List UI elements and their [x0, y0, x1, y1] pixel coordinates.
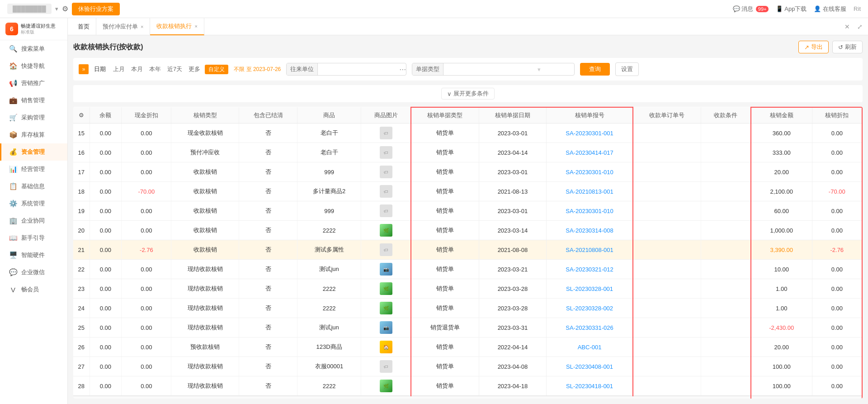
filter-partner-dots[interactable]: ···: [399, 65, 406, 74]
settings-button[interactable]: 设置: [615, 62, 639, 76]
cell-goods: 衣服00001: [297, 357, 361, 376]
bill-report-link[interactable]: SA-20230321-012: [566, 266, 613, 273]
cell-bill-report-date: 2021-08-08: [479, 240, 546, 260]
filter-billtype-group: 单据类型 ▾: [412, 63, 575, 76]
refresh-button[interactable]: ↺ 刷新: [832, 41, 863, 53]
cell-bill-report-no[interactable]: SL-20230328-001: [547, 279, 633, 299]
cell-include-settled: 否: [239, 201, 297, 221]
bill-report-link[interactable]: SA-20230301-010: [566, 208, 613, 214]
cell-num: 23: [73, 279, 90, 299]
sidebar-item-purchase[interactable]: 🛒 采购管理: [0, 109, 67, 126]
sidebar-item-enterprise[interactable]: 🏢 企业协同: [0, 212, 67, 229]
search-icon: 🔍: [9, 45, 18, 53]
filter-billtype-input[interactable]: [443, 63, 534, 75]
tab-home[interactable]: 首页: [71, 18, 96, 35]
sidebar-item-system[interactable]: ⚙️ 系统管理: [0, 195, 67, 212]
filter-partner-input[interactable]: [318, 63, 399, 75]
tab-bar-actions: ✕ ⤢: [843, 21, 864, 32]
filter-date-7days[interactable]: 近7天: [165, 64, 184, 74]
tab-close-all-icon[interactable]: ✕: [843, 21, 852, 32]
tab-maximize-icon[interactable]: ⤢: [855, 21, 864, 32]
bill-report-link[interactable]: SL-20230408-001: [566, 363, 613, 370]
expand-more-label: 展开更多条件: [453, 90, 489, 98]
sidebar-item-finance[interactable]: 💰 资金管理: [0, 143, 67, 161]
cell-cash-discount: 0.00: [122, 357, 171, 376]
cell-num: 15: [73, 124, 90, 143]
sidebar-item-hardware[interactable]: 🖥️ 智能硬件: [0, 247, 67, 264]
col-gear[interactable]: ⚙: [73, 107, 90, 124]
bill-report-link[interactable]: SA-20230301-001: [566, 130, 613, 137]
export-button[interactable]: ↗ 导出: [798, 41, 829, 53]
bill-report-link[interactable]: SA-20210813-001: [566, 188, 613, 195]
settings-icon[interactable]: ⚙: [62, 5, 68, 13]
cell-bill-report-no[interactable]: SA-20230301-010: [547, 201, 633, 221]
filter-expand-button[interactable]: »: [79, 64, 89, 74]
cell-bill-report-no[interactable]: SA-20230301-001: [547, 124, 633, 143]
bill-report-link[interactable]: SA-20230314-008: [566, 227, 613, 234]
cell-cash-discount: 0.00: [122, 201, 171, 221]
sidebar-item-inventory[interactable]: 📦 库存核算: [0, 126, 67, 143]
bill-report-link[interactable]: SA-20230331-026: [566, 324, 613, 331]
cell-balance: 0.00: [90, 260, 122, 279]
sidebar-item-basic[interactable]: 📋 基础信息: [0, 178, 67, 195]
cell-bill-report-no[interactable]: SA-20230414-017: [547, 143, 633, 162]
bill-report-link[interactable]: SL-20230328-001: [566, 285, 613, 292]
company-dropdown-icon[interactable]: ▾: [55, 5, 58, 12]
filter-date-last-month[interactable]: 上月: [111, 64, 127, 74]
cell-write-off-amount: 1.00: [751, 279, 812, 299]
sidebar-item-shortcut[interactable]: 🏠 快捷导航: [0, 57, 67, 75]
industry-solution-button[interactable]: 休验行业方案: [72, 3, 120, 15]
tab-prepay-close[interactable]: ×: [141, 24, 143, 29]
cell-goods-img: 📷: [361, 318, 411, 337]
bill-report-link[interactable]: SL-20230418-001: [566, 383, 613, 390]
sidebar-item-search[interactable]: 🔍 搜索菜单: [0, 40, 67, 57]
inventory-icon: 📦: [9, 131, 18, 139]
filter-billtype-dropdown[interactable]: ▾: [534, 66, 544, 73]
cell-receipt-condition: [701, 299, 751, 318]
cell-bill-report-no[interactable]: SA-20230321-012: [547, 260, 633, 279]
company-selector[interactable]: ████████: [7, 4, 52, 14]
filter-date-this-month[interactable]: 本月: [129, 64, 145, 74]
tab-receipt[interactable]: 收款核销执行 ×: [150, 18, 204, 35]
bill-report-link[interactable]: ABC-001: [578, 344, 602, 351]
bill-report-link[interactable]: SA-20230414-017: [566, 149, 613, 156]
cell-receipt-condition: [701, 376, 751, 396]
sidebar-item-operations[interactable]: 📊 经营管理: [0, 161, 67, 178]
bill-report-link[interactable]: SA-20230301-010: [566, 169, 613, 176]
cell-bill-report-no[interactable]: SL-20230328-002: [547, 299, 633, 318]
cell-bill-report-no[interactable]: ABC-001: [547, 337, 633, 357]
sidebar-item-marketing[interactable]: 📢 营销推广: [0, 75, 67, 92]
app-download-link[interactable]: 📱 App下载: [776, 5, 807, 13]
cell-bill-report-no[interactable]: SA-20230331-026: [547, 318, 633, 337]
sidebar-item-member[interactable]: V 畅会员: [0, 281, 67, 298]
cell-write-off-discount: -70.00: [812, 182, 862, 201]
col-cash-discount: 现金折扣: [122, 107, 171, 124]
cell-bill-report-no[interactable]: SA-20210808-001: [547, 240, 633, 260]
message-link[interactable]: 💬 消息 99+: [733, 5, 769, 13]
tab-receipt-close[interactable]: ×: [194, 24, 197, 29]
sidebar-item-sales[interactable]: 💼 销售管理: [0, 92, 67, 109]
table-container[interactable]: ⚙ 余额 现金折扣 核销类型 包含已结清 商品 商品图片 核销单据类型 核销单据…: [73, 107, 863, 399]
tab-prepay[interactable]: 预付冲应付单 ×: [96, 18, 150, 35]
cell-bill-report-no[interactable]: SA-20230314-008: [547, 221, 633, 240]
bill-report-link[interactable]: SL-20230328-002: [566, 305, 613, 312]
filter-date-custom[interactable]: 自定义: [205, 65, 228, 74]
cell-bill-report-no[interactable]: SL-20230418-001: [547, 376, 633, 396]
online-service-link[interactable]: 👤 在线客服: [814, 5, 846, 13]
expand-more-button[interactable]: ∨ 展开更多条件: [441, 88, 495, 100]
user-name[interactable]: Rit: [854, 5, 861, 12]
sidebar-item-wechat[interactable]: 💬 企业微信: [0, 264, 67, 281]
sidebar-item-guide[interactable]: 📖 新手引导: [0, 229, 67, 247]
query-button[interactable]: 查询: [580, 63, 610, 76]
cell-cash-discount: 0.00: [122, 299, 171, 318]
table-row: 24 0.00 0.00 现结收款核销 否 2222 🌿 销货单 2023-03…: [73, 299, 862, 318]
cell-write-off-amount: 3,390.00: [751, 240, 812, 260]
cell-bill-report-no[interactable]: SL-20230408-001: [547, 357, 633, 376]
filter-date-this-year[interactable]: 本年: [147, 64, 163, 74]
cell-cash-discount: 0.00: [122, 279, 171, 299]
bill-report-link[interactable]: SA-20210808-001: [566, 247, 613, 253]
cell-bill-report-no[interactable]: SA-20210813-001: [547, 182, 633, 201]
filter-date-more[interactable]: 更多: [187, 64, 202, 74]
app-name: 畅捷通谊好生意: [21, 23, 56, 29]
cell-bill-report-no[interactable]: SA-20230301-010: [547, 162, 633, 182]
